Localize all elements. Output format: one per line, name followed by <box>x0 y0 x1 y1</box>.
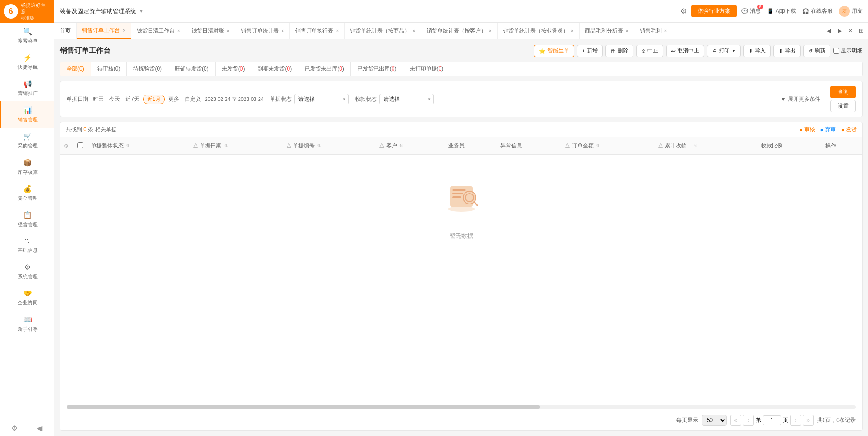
tab-home[interactable]: 首页 <box>54 23 77 39</box>
last-page-btn[interactable]: » <box>803 415 814 426</box>
sort-status-icon[interactable]: ⇅ <box>126 143 129 148</box>
app-download-btn[interactable]: 📱 App下载 <box>767 7 796 15</box>
select-all-checkbox[interactable] <box>77 142 83 148</box>
sort-amt-up-icon[interactable]: △ <box>565 142 570 149</box>
filter-tab-unprinted[interactable]: 未打印单据(0) <box>403 62 450 76</box>
sort-num-up-icon[interactable]: △ <box>286 142 292 149</box>
filter-tab-shipped-out[interactable]: 已发货已出库(0) <box>351 62 403 76</box>
filter-tab-overdue-unshipped[interactable]: 到期未发货(0) <box>251 62 298 76</box>
import-btn[interactable]: ⬇ 导入 <box>743 45 771 57</box>
tab-prev-btn[interactable]: ◀ <box>824 26 834 36</box>
topbar-settings-icon[interactable]: ⚙ <box>681 7 687 15</box>
tab-cash-daily[interactable]: 钱货日清工作台× <box>131 23 186 39</box>
filter-tab-pending-inspect[interactable]: 待拣验货(0) <box>127 62 168 76</box>
export-btn[interactable]: ⬆ 导出 <box>773 45 801 57</box>
tab-close-sales-order-workbench[interactable]: × <box>123 28 125 33</box>
sidebar-collapse-icon[interactable]: ◀ <box>29 424 51 432</box>
stop-btn[interactable]: ⊘ 中止 <box>636 45 663 57</box>
horizontal-scrollbar[interactable] <box>67 405 856 409</box>
sort-amount-icon[interactable]: ⇅ <box>596 143 599 148</box>
sidebar-item-purchase[interactable]: 🛒 采购管理 <box>0 128 54 154</box>
sidebar-item-inventory[interactable]: 📦 库存核算 <box>0 154 54 180</box>
tab-sales-order-stats[interactable]: 销售订单统计表× <box>235 23 290 39</box>
tab-close-sales-profit[interactable]: × <box>664 28 667 33</box>
ship-action-btn[interactable]: ● 发货 <box>841 126 857 133</box>
cancel-stop-btn[interactable]: ↩ 取消中止 <box>666 45 704 57</box>
date-option-昨天[interactable]: 昨天 <box>91 95 106 104</box>
tab-sales-stats-product[interactable]: 销货单统计表（按商品）× <box>345 23 421 39</box>
page-input[interactable] <box>763 415 781 425</box>
sidebar-item-cooperation[interactable]: 🤝 企业协同 <box>0 284 54 311</box>
sidebar-item-finance[interactable]: 💰 资金管理 <box>0 180 54 206</box>
online-service-btn[interactable]: 🎧 在线客服 <box>802 7 833 15</box>
date-option-近7天[interactable]: 近7天 <box>124 95 141 104</box>
tab-cash-reconcile[interactable]: 钱货日清对账× <box>186 23 235 39</box>
show-detail-input[interactable] <box>833 48 839 54</box>
tab-sales-order-workbench[interactable]: 销售订单工作台× <box>77 23 131 39</box>
date-option-更多[interactable]: 更多 <box>167 95 181 104</box>
tab-close-all-btn[interactable]: ✕ <box>845 26 855 36</box>
sidebar-item-guide[interactable]: 📖 新手引导 <box>0 311 54 337</box>
next-page-btn[interactable]: › <box>790 415 801 426</box>
add-btn[interactable]: + 新增 <box>577 45 603 57</box>
tab-close-cash-reconcile[interactable]: × <box>227 28 230 33</box>
sort-cust-up-icon[interactable]: △ <box>379 142 384 149</box>
filter-tab-all[interactable]: 全部(0) <box>60 62 91 76</box>
tab-close-cash-daily[interactable]: × <box>177 28 180 33</box>
filter-tab-shipped-not-out[interactable]: 已发货未出库(0) <box>298 62 351 76</box>
sidebar-item-operations[interactable]: 📋 经营管理 <box>0 206 54 232</box>
status-select[interactable]: 请选择 <box>294 94 349 104</box>
sort-date-icon[interactable]: ⇅ <box>224 143 228 148</box>
tab-close-sales-order-exec[interactable]: × <box>336 28 339 33</box>
filter-tab-wangpu-pending[interactable]: 旺铺待发货(0) <box>168 62 216 76</box>
refresh-btn[interactable]: ↺ 刷新 <box>803 45 830 57</box>
set-btn[interactable]: 设置 <box>830 100 856 112</box>
tab-close-sales-order-stats[interactable]: × <box>282 28 284 33</box>
tab-close-sales-stats-product[interactable]: × <box>412 28 415 33</box>
expand-filter-btn[interactable]: ▼ 展开更多条件 <box>781 95 820 103</box>
tab-next-btn[interactable]: ▶ <box>834 26 844 36</box>
sidebar-item-basic-info[interactable]: 🗂 基础信息 <box>0 232 54 258</box>
filter-tab-unshipped[interactable]: 未发货(0) <box>216 62 252 76</box>
tab-sales-order-exec[interactable]: 销售订单执行表× <box>290 23 345 39</box>
tab-gross-profit[interactable]: 商品毛利分析表× <box>580 23 634 39</box>
prev-page-btn[interactable]: ‹ <box>743 415 754 426</box>
tab-close-sales-stats-staff[interactable]: × <box>571 28 574 33</box>
tab-expand-btn[interactable]: ⊞ <box>856 26 866 36</box>
tab-sales-stats-customer[interactable]: 销货单统计表（按客户）× <box>421 23 498 39</box>
tab-close-gross-profit[interactable]: × <box>626 28 628 33</box>
sort-coll-up-icon[interactable]: △ <box>658 142 663 149</box>
sort-customer-icon[interactable]: ⇅ <box>399 143 403 148</box>
sidebar-item-marketing[interactable]: 📢 营销推广 <box>0 75 54 101</box>
show-detail-checkbox[interactable]: 显示明细 <box>833 47 863 55</box>
date-option-近1月[interactable]: 近1月 <box>143 95 165 104</box>
sort-number-icon[interactable]: ⇅ <box>317 143 321 148</box>
industry-btn[interactable]: 体验行业方案 <box>691 5 737 17</box>
filter-tab-pending-review[interactable]: 待审核(0) <box>91 62 127 76</box>
sort-collected-icon[interactable]: ⇅ <box>694 143 697 148</box>
first-page-btn[interactable]: « <box>730 415 741 426</box>
sidebar-item-quick-nav[interactable]: ⚡ 快捷导航 <box>0 49 54 75</box>
date-option-今天[interactable]: 今天 <box>107 95 122 104</box>
payment-select[interactable]: 请选择 <box>379 94 434 104</box>
date-option-自定义[interactable]: 自定义 <box>183 95 203 104</box>
tab-close-sales-stats-customer[interactable]: × <box>489 28 492 33</box>
message-btn[interactable]: 💬 消息 6 <box>741 7 761 15</box>
cancel-action-btn[interactable]: ● 弃审 <box>820 126 836 133</box>
sidebar-settings-icon[interactable]: ⚙ <box>4 424 25 432</box>
delete-btn[interactable]: 🗑 删除 <box>605 45 633 57</box>
tab-sales-profit[interactable]: 销售毛利× <box>634 23 673 39</box>
sidebar-item-system[interactable]: ⚙ 系统管理 <box>0 258 54 284</box>
user-btn[interactable]: 友 用友 <box>839 6 863 17</box>
th-checkbox[interactable] <box>74 137 87 155</box>
sort-date-up-icon[interactable]: △ <box>193 142 198 149</box>
sidebar-item-sales[interactable]: 📊 销售管理 <box>0 101 54 128</box>
tab-sales-stats-staff[interactable]: 销货单统计表（按业务员）× <box>498 23 580 39</box>
sidebar-item-search[interactable]: 🔍 搜索菜单 <box>0 23 54 49</box>
smart-order-btn[interactable]: ⭐ 智能生单 <box>534 45 574 57</box>
print-btn[interactable]: 🖨 打印 ▼ <box>707 45 741 57</box>
th-settings[interactable]: ⚙ <box>60 137 74 155</box>
review-action-btn[interactable]: ● 审核 <box>799 126 815 133</box>
query-btn[interactable]: 查询 <box>830 86 856 98</box>
page-size-select[interactable]: 50 10 20 100 <box>702 415 727 426</box>
